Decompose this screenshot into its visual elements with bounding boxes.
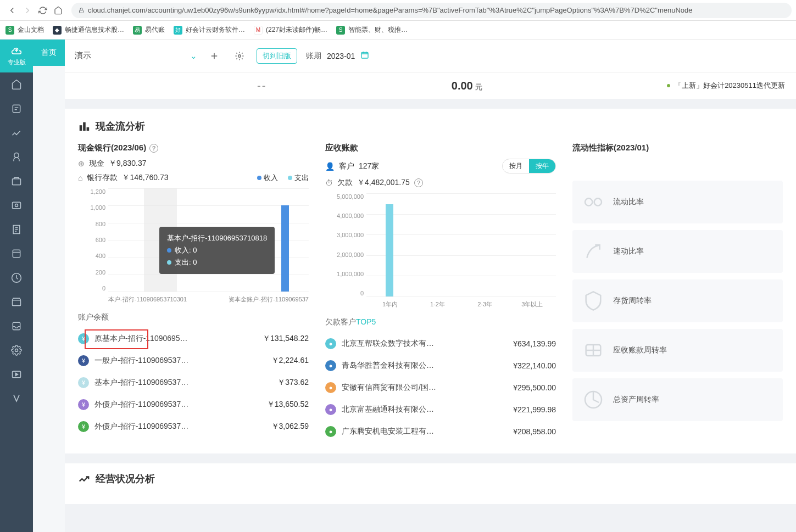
- tab-home[interactable]: 首页: [33, 40, 65, 66]
- indicator-card[interactable]: 流动比率: [572, 181, 783, 223]
- chevron-down-icon: ⌄: [190, 51, 197, 61]
- customer-name: 青岛华胜普金科技有限公…: [342, 361, 434, 371]
- toggle-year[interactable]: 按年: [529, 159, 555, 173]
- app-topbar: 演示 ⌄ 切到旧版 账期 2023-01: [65, 40, 796, 72]
- account-name: 一般户-招行-1109069537…: [94, 356, 188, 366]
- svg-point-11: [238, 54, 241, 57]
- debtor-row[interactable]: ●安徽有信商贸有限公司/国…¥295,500.00: [325, 377, 556, 399]
- account-badge-icon: ¥: [78, 377, 89, 388]
- content-area[interactable]: -- 0.00元 「上新」好会计20230511迭代更新 现金流分析 现: [65, 72, 796, 532]
- bookmark-item[interactable]: S智能票、财、税推…: [336, 25, 408, 35]
- gear-icon[interactable]: [231, 48, 248, 64]
- customer-badge-icon: ●: [325, 360, 336, 371]
- business-section: 经营状况分析: [65, 463, 796, 504]
- chart-tooltip: 基本户-招行-110906953710818 收入: 0 支出: 0: [159, 227, 275, 274]
- switch-old-version-button[interactable]: 切到旧版: [257, 48, 297, 64]
- browser-toolbar: cloud.chanjet.com/accounting/uw1eb00zy96…: [0, 0, 796, 21]
- svg-rect-0: [80, 10, 84, 13]
- bookmark-bar: S金山文档 ◆畅捷通信息技术股… 易易代账 好好会计云财务软件… M(227封未…: [0, 21, 796, 40]
- company-select[interactable]: 演示 ⌄: [75, 51, 197, 61]
- account-amount: ￥2,224.61: [271, 356, 309, 366]
- news-ticker[interactable]: 「上新」好会计20230511迭代更新: [667, 81, 785, 91]
- bookmark-icon: M: [254, 26, 263, 35]
- debtor-amount: ¥322,140.00: [513, 361, 556, 370]
- period-toggle[interactable]: 按月 按年: [502, 159, 556, 173]
- debtor-row[interactable]: ●北京富基融通科技有限公…¥221,999.98: [325, 399, 556, 421]
- cash-bank-chart[interactable]: 1,2001,0008006004002000 本户-招行-1109069537…: [78, 188, 309, 304]
- back-button[interactable]: [4, 3, 20, 18]
- receivable-chart[interactable]: 5,000,0004,000,0003,000,0002,000,0001,00…: [325, 193, 556, 309]
- account-badge-icon: ¥: [78, 399, 89, 410]
- add-button[interactable]: [206, 48, 222, 64]
- bookmark-item[interactable]: M(227封未读邮件)畅…: [254, 25, 327, 35]
- balance-row[interactable]: ¥一般户-招行-1109069537…￥2,224.61: [78, 350, 309, 372]
- bookmark-icon: 易: [133, 26, 142, 35]
- balance-row[interactable]: ¥原基本户-招行-11090695…￥131,548.22: [78, 328, 309, 350]
- nav-report-icon[interactable]: [0, 121, 33, 145]
- edition-label: 专业版: [8, 58, 26, 66]
- balance-row[interactable]: ¥基本户-招行-1109069537…￥373.62: [78, 372, 309, 394]
- debtors-subtitle: 欠款客户TOP5: [325, 317, 556, 327]
- nav-invoice-icon[interactable]: [0, 217, 33, 242]
- indicator-icon: [582, 339, 604, 361]
- nav-funds-icon[interactable]: [0, 145, 33, 169]
- account-badge-icon: ¥: [78, 421, 89, 432]
- nav-v-icon[interactable]: [0, 387, 33, 411]
- nav-archive-icon[interactable]: [0, 290, 33, 314]
- section-title: 经营状况分析: [78, 472, 783, 485]
- lock-icon: [78, 7, 85, 14]
- forward-button[interactable]: [20, 3, 35, 18]
- reload-button[interactable]: [35, 3, 51, 18]
- help-icon[interactable]: ?: [414, 178, 423, 187]
- debt-icon: ⏱: [325, 178, 333, 187]
- nav-tax-icon[interactable]: [0, 242, 33, 266]
- home-button[interactable]: [51, 3, 66, 18]
- nav-closing-icon[interactable]: [0, 266, 33, 290]
- indicator-label: 存货周转率: [613, 296, 652, 306]
- bookmark-item[interactable]: 好好会计云财务软件…: [174, 25, 245, 35]
- help-icon[interactable]: ?: [149, 144, 158, 153]
- customer-badge-icon: ●: [325, 426, 336, 437]
- svg-rect-15: [87, 127, 90, 131]
- cash-bank-panel: 现金银行(2023/06) ? ⊕ 现金 ￥9,830.37 ⌂ 银行存款: [78, 143, 309, 443]
- svg-rect-7: [13, 250, 20, 257]
- period-selector[interactable]: 账期 2023-01: [306, 51, 369, 61]
- indicator-card[interactable]: 速动比率: [572, 230, 783, 273]
- nav-home-icon[interactable]: [0, 72, 33, 97]
- debtor-row[interactable]: ●广东腾安机电安装工程有…¥208,958.00: [325, 421, 556, 443]
- account-amount: ￥373.62: [277, 378, 309, 388]
- toggle-month[interactable]: 按月: [503, 159, 529, 173]
- account-amount: ￥131,548.22: [263, 334, 309, 344]
- customer-badge-icon: ●: [325, 382, 336, 393]
- nav-video-icon[interactable]: [0, 362, 33, 387]
- cash-flow-section: 现金流分析 现金银行(2023/06) ? ⊕ 现金: [65, 109, 796, 453]
- nav-assets-icon[interactable]: [0, 169, 33, 193]
- x-axis: 本户-招行-110906953710301 资本金账户-招行-110906953…: [108, 295, 309, 304]
- nav-settings-icon[interactable]: [0, 338, 33, 362]
- indicator-card[interactable]: 存货周转率: [572, 279, 783, 322]
- balance-row[interactable]: ¥外债户-招行-1109069537…￥13,650.52: [78, 394, 309, 416]
- bookmark-item[interactable]: ◆畅捷通信息技术股…: [53, 25, 124, 35]
- app-logo[interactable]: 专业版: [0, 40, 33, 72]
- balance-row[interactable]: ¥外债户-招行-1109069537…￥3,062.59: [78, 416, 309, 438]
- indicator-card[interactable]: 应收账款周转率: [572, 329, 783, 372]
- nav-voucher-icon[interactable]: [0, 97, 33, 121]
- customer-name: 北京富基融通科技有限公…: [342, 405, 434, 415]
- debtor-row[interactable]: ●北京互帮联众数字技术有…¥634,139.99: [325, 333, 556, 355]
- account-amount: ￥13,650.52: [267, 400, 309, 410]
- bookmark-item[interactable]: 易易代账: [133, 25, 165, 35]
- account-name: 外债户-招行-1109069537…: [94, 422, 188, 432]
- indicator-label: 流动比率: [613, 197, 644, 207]
- bookmark-icon: S: [5, 26, 14, 35]
- nav-inbox-icon[interactable]: [0, 314, 33, 338]
- customer-name: 广东腾安机电安装工程有…: [342, 427, 434, 436]
- address-bar[interactable]: cloud.chanjet.com/accounting/uw1eb00zy96…: [71, 3, 792, 18]
- bar-chart-icon: [78, 120, 90, 132]
- debtor-row[interactable]: ●青岛华胜普金科技有限公…¥322,140.00: [325, 355, 556, 377]
- account-amount: ￥3,062.59: [271, 422, 309, 432]
- bank-icon: ⌂: [78, 173, 82, 182]
- bookmark-item[interactable]: S金山文档: [5, 25, 44, 35]
- indicator-card[interactable]: 总资产周转率: [572, 378, 783, 421]
- nav-salary-icon[interactable]: [0, 193, 33, 217]
- account-name: 外债户-招行-1109069537…: [94, 400, 188, 410]
